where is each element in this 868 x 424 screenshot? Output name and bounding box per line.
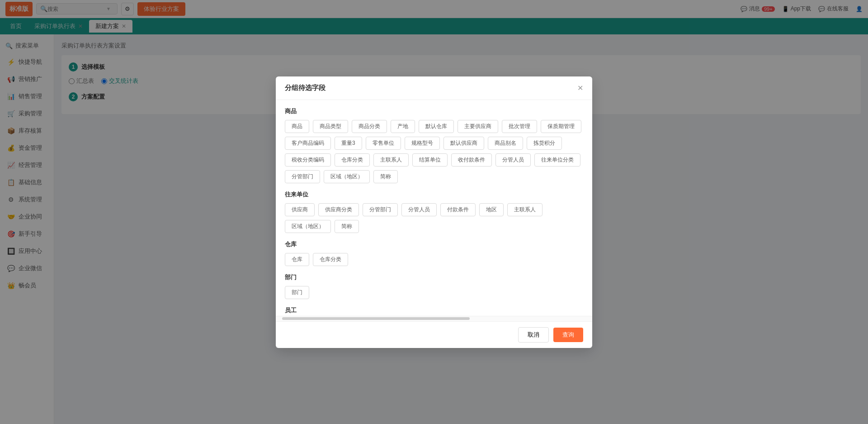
group-title-staff: 员工 — [285, 306, 583, 314]
field-tag-customer-code[interactable]: 客户商品编码 — [285, 137, 331, 150]
field-tag-short-name2[interactable]: 简称 — [335, 220, 359, 233]
field-tag-spec-model[interactable]: 规格型号 — [405, 137, 440, 150]
field-tag-supplier-category[interactable]: 供应商分类 — [318, 203, 359, 216]
field-group-department: 部门 部门 — [285, 273, 583, 299]
modal-overlay: 分组待选字段 ✕ 商品 商品 商品类型 商品分类 产地 默认仓库 主要供应商 批… — [0, 0, 868, 424]
field-tag-goods-type[interactable]: 商品类型 — [313, 120, 348, 133]
field-tags-partner: 供应商 供应商分类 分管部门 分管人员 付款条件 地区 主联系人 区域（地区） … — [285, 203, 583, 233]
modal-title: 分组待选字段 — [285, 84, 326, 92]
field-tag-tax-code[interactable]: 税收分类编码 — [285, 153, 331, 167]
field-select-modal: 分组待选字段 ✕ 商品 商品 商品类型 商品分类 产地 默认仓库 主要供应商 批… — [276, 76, 592, 348]
field-tag-short-name[interactable]: 简称 — [373, 170, 398, 183]
field-tags-department: 部门 — [285, 286, 583, 299]
field-tag-goods-category[interactable]: 商品分类 — [352, 120, 387, 133]
field-tag-default-supplier[interactable]: 默认供应商 — [443, 137, 484, 150]
scrollbar-thumb — [282, 317, 470, 320]
modal-footer: 取消 查询 — [276, 321, 592, 348]
field-tag-dept-manage[interactable]: 分管部门 — [285, 170, 320, 183]
field-tags-warehouse: 仓库 仓库分类 — [285, 253, 583, 266]
field-tag-area[interactable]: 地区 — [479, 203, 504, 216]
field-tag-batch-manage[interactable]: 批次管理 — [502, 120, 537, 133]
field-tag-warehouse-category[interactable]: 仓库分类 — [335, 153, 370, 167]
field-tag-region2[interactable]: 区域（地区） — [285, 220, 331, 233]
field-tag-shelf-life[interactable]: 保质期管理 — [541, 120, 581, 133]
field-tag-dept-manage2[interactable]: 分管部门 — [363, 203, 398, 216]
field-tag-dept[interactable]: 部门 — [285, 286, 309, 299]
field-tag-manager[interactable]: 分管人员 — [495, 153, 531, 167]
field-tag-rebate-points[interactable]: 拣货积分 — [527, 137, 562, 150]
field-tag-main-supplier[interactable]: 主要供应商 — [458, 120, 498, 133]
field-tag-goods-alias[interactable]: 商品别名 — [488, 137, 523, 150]
field-tag-region[interactable]: 区域（地区） — [324, 170, 370, 183]
group-title-warehouse: 仓库 — [285, 240, 583, 248]
field-tag-payment-condition[interactable]: 付款条件 — [440, 203, 476, 216]
modal-header: 分组待选字段 ✕ — [276, 76, 592, 100]
field-tag-goods-name[interactable]: 商品 — [285, 120, 309, 133]
field-group-staff: 员工 业务员 — [285, 306, 583, 316]
field-tag-main-contact[interactable]: 主联系人 — [373, 153, 409, 167]
field-tag-supplier[interactable]: 供应商 — [285, 203, 315, 216]
field-tag-manager2[interactable]: 分管人员 — [401, 203, 437, 216]
field-tag-partner-unit[interactable]: 往来单位分类 — [534, 153, 580, 167]
field-group-warehouse: 仓库 仓库 仓库分类 — [285, 240, 583, 266]
field-tags-goods: 商品 商品类型 商品分类 产地 默认仓库 主要供应商 批次管理 保质期管理 客户… — [285, 120, 583, 183]
field-tag-warehouse-cat[interactable]: 仓库分类 — [313, 253, 348, 266]
field-tag-retail-unit[interactable]: 零售单位 — [366, 137, 401, 150]
field-tag-payment-terms[interactable]: 收付款条件 — [451, 153, 492, 167]
field-tag-origin[interactable]: 产地 — [391, 120, 415, 133]
field-group-partner: 往来单位 供应商 供应商分类 分管部门 分管人员 付款条件 地区 主联系人 区域… — [285, 191, 583, 233]
field-tag-warehouse-name[interactable]: 仓库 — [285, 253, 309, 266]
field-group-goods: 商品 商品 商品类型 商品分类 产地 默认仓库 主要供应商 批次管理 保质期管理… — [285, 107, 583, 183]
group-title-department: 部门 — [285, 273, 583, 281]
field-tag-default-warehouse[interactable]: 默认仓库 — [419, 120, 454, 133]
field-tag-weight3[interactable]: 重量3 — [335, 137, 362, 150]
field-tag-contact[interactable]: 主联系人 — [507, 203, 542, 216]
modal-close-button[interactable]: ✕ — [577, 84, 583, 92]
cancel-button[interactable]: 取消 — [518, 327, 549, 343]
group-title-goods: 商品 — [285, 107, 583, 115]
confirm-button[interactable]: 查询 — [553, 328, 583, 342]
modal-horizontal-scrollbar[interactable] — [276, 316, 592, 321]
modal-body: 商品 商品 商品类型 商品分类 产地 默认仓库 主要供应商 批次管理 保质期管理… — [276, 100, 592, 316]
group-title-partner: 往来单位 — [285, 191, 583, 199]
field-tag-settlement-unit[interactable]: 结算单位 — [412, 153, 448, 167]
